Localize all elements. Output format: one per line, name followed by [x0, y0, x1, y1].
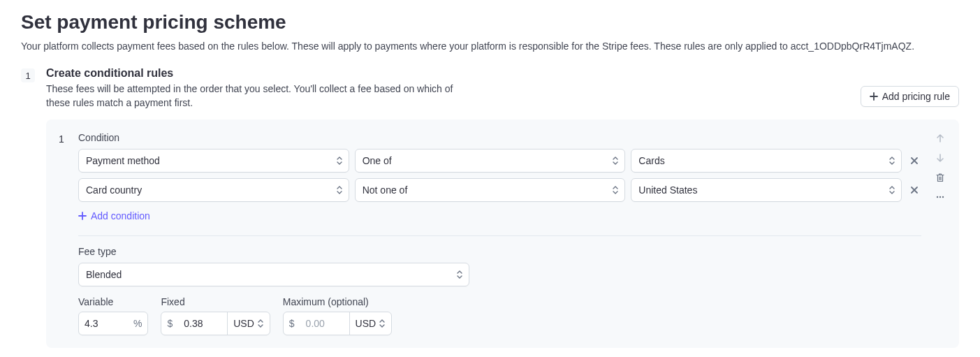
maximum-input[interactable] — [300, 312, 349, 335]
move-down-button[interactable] — [934, 152, 946, 164]
page-title: Set payment pricing scheme — [21, 11, 959, 34]
arrow-down-icon — [935, 153, 945, 163]
add-pricing-rule-button[interactable]: Add pricing rule — [861, 86, 959, 107]
condition-value-select[interactable]: Cards — [631, 149, 902, 173]
plus-icon — [870, 92, 878, 101]
svg-point-1 — [939, 196, 941, 198]
maximum-label: Maximum (optional) — [283, 296, 392, 307]
condition-op-value: Not one of — [363, 184, 408, 196]
divider — [78, 235, 921, 236]
chevron-updown-icon — [257, 319, 264, 328]
fee-type-select[interactable]: Blended — [78, 263, 469, 286]
condition-value: Cards — [638, 155, 664, 166]
step-number: 1 — [21, 68, 35, 82]
rule-number: 1 — [59, 132, 68, 335]
arrow-up-icon — [935, 133, 945, 143]
variable-input[interactable] — [79, 312, 128, 335]
fixed-input[interactable] — [178, 312, 227, 335]
page-subhead: Your platform collects payment fees base… — [21, 41, 959, 52]
condition-row: Payment method One of Cards — [78, 149, 921, 173]
chevron-updown-icon — [336, 156, 343, 166]
chevron-updown-icon — [612, 185, 619, 195]
dollar-prefix: $ — [161, 318, 178, 329]
remove-condition-button[interactable] — [907, 154, 921, 168]
more-options-button[interactable] — [934, 191, 946, 203]
maximum-input-group: $ USD — [283, 312, 392, 335]
fixed-input-group: $ USD — [161, 312, 270, 335]
move-up-button[interactable] — [934, 132, 946, 145]
condition-op-select[interactable]: One of — [355, 149, 626, 173]
close-icon — [910, 156, 919, 165]
maximum-currency-select[interactable]: USD — [350, 312, 392, 335]
chevron-updown-icon — [888, 156, 895, 166]
fixed-currency-select[interactable]: USD — [228, 312, 270, 335]
condition-value-select[interactable]: United States — [631, 178, 902, 202]
condition-op-value: One of — [363, 155, 392, 166]
condition-field-select[interactable]: Payment method — [78, 149, 349, 173]
more-horizontal-icon — [935, 192, 945, 202]
trash-icon — [935, 173, 945, 182]
chevron-updown-icon — [612, 156, 619, 166]
variable-label: Variable — [78, 296, 148, 307]
chevron-updown-icon — [379, 319, 386, 328]
currency-value: USD — [233, 318, 254, 329]
percent-suffix: % — [128, 318, 147, 329]
svg-point-0 — [937, 196, 938, 198]
rule-card: 1 Condition Payment method One of — [46, 119, 959, 348]
condition-field-value: Card country — [86, 184, 142, 196]
fixed-label: Fixed — [161, 296, 270, 307]
add-condition-button[interactable]: Add condition — [78, 207, 150, 224]
currency-value: USD — [356, 318, 376, 329]
add-rule-label: Add pricing rule — [882, 91, 950, 102]
condition-op-select[interactable]: Not one of — [355, 178, 626, 202]
chevron-updown-icon — [336, 185, 343, 195]
step-title: Create conditional rules — [46, 67, 959, 80]
chevron-updown-icon — [888, 185, 895, 195]
condition-field-select[interactable]: Card country — [78, 178, 349, 202]
fee-type-value: Blended — [86, 269, 122, 280]
svg-point-2 — [942, 196, 944, 198]
add-condition-label: Add condition — [91, 210, 150, 221]
close-icon — [910, 186, 919, 194]
variable-input-group: % — [78, 312, 148, 335]
plus-icon — [78, 212, 87, 220]
fee-type-label: Fee type — [78, 246, 921, 257]
condition-value: United States — [638, 184, 697, 196]
condition-field-value: Payment method — [86, 155, 160, 166]
remove-condition-button[interactable] — [907, 183, 921, 197]
dollar-prefix: $ — [284, 318, 300, 329]
delete-rule-button[interactable] — [934, 171, 946, 184]
step-desc: These fees will be attempted in the orde… — [46, 82, 479, 110]
condition-label: Condition — [78, 132, 921, 143]
condition-row: Card country Not one of United States — [78, 178, 921, 202]
chevron-updown-icon — [456, 270, 463, 279]
